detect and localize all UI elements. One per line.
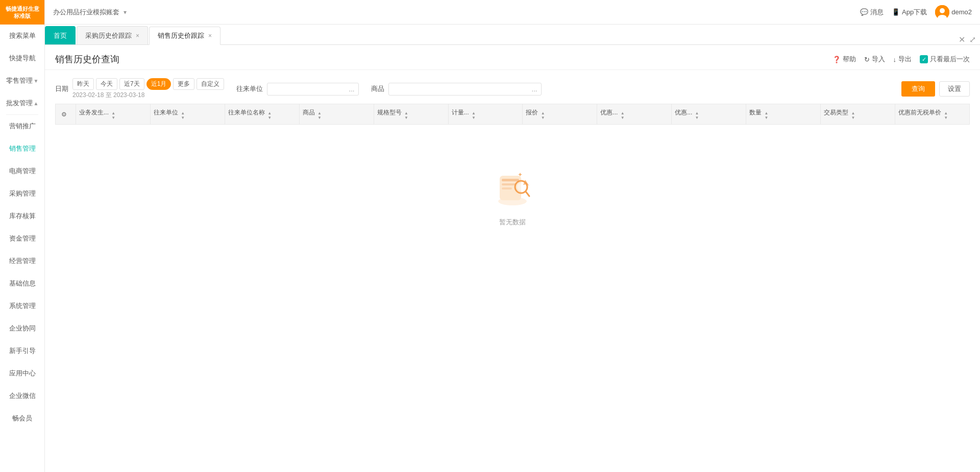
user-menu[interactable]: demo2 (935, 5, 972, 19)
sidebar-item-quick-nav[interactable]: 快捷导航 (0, 47, 44, 69)
export-button[interactable]: ↓ 导出 (893, 55, 912, 64)
message-button[interactable]: 💬 消息 (860, 8, 884, 17)
sidebar-item-enterprise-wechat[interactable]: 企业微信 (0, 385, 44, 407)
sort-icon: ▲▼ (541, 111, 545, 120)
sort-icon: ▲▼ (111, 111, 115, 120)
avatar (935, 5, 949, 19)
sidebar-item-marketing[interactable]: 营销推广 (0, 115, 44, 137)
download-icon: 📱 (892, 8, 900, 16)
goods-filter-group: 商品 ... (371, 83, 542, 96)
empty-state-cell: ✦ 暂无数据 (56, 125, 970, 268)
help-button[interactable]: ❓ 帮助 (832, 55, 856, 64)
date-btn-yesterday[interactable]: 昨天 (72, 78, 94, 90)
page-title: 销售历史价查询 (55, 53, 119, 65)
partner-input[interactable]: ... (267, 83, 359, 96)
tab-home[interactable]: 首页 (45, 26, 76, 44)
table-header-price[interactable]: 报价 ▲▼ (523, 104, 597, 125)
sidebar-item-finance[interactable]: 资金管理 (0, 227, 44, 250)
tab-maximize-button[interactable]: ⤢ (969, 35, 976, 44)
table-header-pretax-price[interactable]: 优惠前无税单价 ▲▼ (895, 104, 969, 125)
sidebar-item-retail-mgmt[interactable]: 零售管理 ▼ (0, 69, 44, 92)
goods-filter-label: 商品 (371, 84, 384, 93)
table-header-discount1[interactable]: 优惠... ▲▼ (597, 104, 672, 125)
sidebar-item-new-guide[interactable]: 新手引导 (0, 340, 44, 362)
chevron-up-icon: ▲ (34, 101, 39, 106)
sort-icon: ▲▼ (267, 111, 272, 120)
topbar-dropdown-icon[interactable]: ▾ (124, 9, 127, 16)
table-header-unit[interactable]: 计量... ▲▼ (448, 104, 523, 125)
table-header-partner-code[interactable]: 往来单位 ▲▼ (150, 104, 225, 125)
page-header-actions: ❓ 帮助 ↻ 导入 ↓ 导出 ✓ 只看最后一次 (832, 55, 970, 64)
sidebar-item-purchase-mgmt[interactable]: 采购管理 (0, 182, 44, 205)
tab-close-sales[interactable]: × (208, 32, 212, 39)
page-content: 销售历史价查询 ❓ 帮助 ↻ 导入 ↓ 导出 ✓ 只看最后一次 (45, 45, 980, 472)
svg-rect-7 (502, 187, 512, 190)
date-filter-label: 日期 (55, 84, 68, 93)
sort-icon: ▲▼ (404, 111, 408, 120)
sidebar-item-app-center[interactable]: 应用中心 (0, 362, 44, 385)
sidebar-item-sales-mgmt[interactable]: 销售管理 (0, 137, 44, 160)
sort-icon: ▲▼ (695, 111, 699, 120)
tab-close-all-button[interactable]: ✕ (959, 35, 965, 44)
sidebar-item-search-menu[interactable]: 搜索菜单 (0, 25, 44, 47)
tab-sales-history[interactable]: 销售历史价跟踪 × (149, 27, 220, 45)
sidebar-item-basic-info[interactable]: 基础信息 (0, 272, 44, 295)
sidebar-item-enterprise-collab[interactable]: 企业协同 (0, 317, 44, 340)
goods-input[interactable]: ... (388, 83, 542, 96)
table-header-settings: ⚙ (56, 104, 76, 125)
sidebar-item-member[interactable]: 畅会员 (0, 407, 44, 430)
app-logo: 畅捷通好生意标准版 (0, 0, 44, 25)
sidebar-item-system-mgmt[interactable]: 系统管理 (0, 295, 44, 317)
sort-icon: ▲▼ (621, 111, 625, 120)
query-button[interactable]: 查询 (901, 81, 935, 97)
topbar: 办公用品行业模拟账套 ▾ 💬 消息 📱 App下载 demo2 (45, 0, 980, 25)
sort-icon: ▲▼ (181, 111, 185, 120)
partner-input-dots: ... (349, 85, 355, 93)
sidebar-item-inventory[interactable]: 库存核算 (0, 205, 44, 227)
date-btn-1month[interactable]: 近1月 (146, 78, 172, 90)
settings-button[interactable]: 设置 (939, 81, 970, 97)
sidebar-item-ecommerce[interactable]: 电商管理 (0, 160, 44, 182)
data-table: ⚙ 业务发生... ▲▼ 往来单位 ▲▼ 往来单位名称 ▲▼ (55, 104, 970, 268)
date-btn-more[interactable]: 更多 (173, 78, 194, 90)
import-icon: ↻ (864, 56, 870, 63)
table-header-goods[interactable]: 商品 ▲▼ (299, 104, 374, 125)
filter-bar: 日期 昨天 今天 近7天 近1月 更多 自定义 2023-02-18 至 202… (45, 70, 980, 104)
chevron-down-icon: ▼ (34, 78, 39, 84)
empty-state: ✦ 暂无数据 (56, 125, 970, 268)
export-icon: ↓ (893, 56, 897, 63)
date-btn-today[interactable]: 今天 (96, 78, 117, 90)
sidebar: 畅捷通好生意标准版 搜索菜单 快捷导航 零售管理 ▼ 批发管理 ▲ 营销推广 销… (0, 0, 45, 472)
partner-filter-label: 往来单位 (236, 84, 263, 93)
date-btn-7days[interactable]: 近7天 (119, 78, 144, 90)
table-header-biz-date[interactable]: 业务发生... ▲▼ (76, 104, 151, 125)
table-header-trade-type[interactable]: 交易类型 ▲▼ (821, 104, 895, 125)
tabbar: 首页 采购历史价跟踪 × 销售历史价跟踪 × ✕ ⤢ (45, 25, 980, 45)
date-filter-col: 昨天 今天 近7天 近1月 更多 自定义 2023-02-18 至 2023-0… (72, 78, 224, 100)
tab-close-purchase[interactable]: × (136, 32, 139, 39)
only-last-checkbox[interactable]: ✓ 只看最后一次 (920, 55, 970, 64)
sidebar-item-operations[interactable]: 经营管理 (0, 250, 44, 272)
svg-text:✦: ✦ (518, 171, 523, 178)
partner-filter-group: 往来单位 ... (236, 83, 359, 96)
table-header-discount2[interactable]: 优惠... ▲▼ (672, 104, 746, 125)
svg-rect-6 (502, 183, 516, 185)
sidebar-item-wholesale-mgmt[interactable]: 批发管理 ▲ (0, 92, 44, 114)
table-header-qty[interactable]: 数量 ▲▼ (746, 104, 821, 125)
sort-icon: ▲▼ (944, 111, 948, 120)
svg-point-1 (940, 8, 945, 13)
table-wrapper: ⚙ 业务发生... ▲▼ 往来单位 ▲▼ 往来单位名称 ▲▼ (45, 104, 980, 472)
date-btn-custom[interactable]: 自定义 (197, 78, 224, 90)
import-button[interactable]: ↻ 导入 (864, 55, 885, 64)
filter-right-actions: 查询 设置 (901, 81, 970, 97)
sort-icon: ▲▼ (472, 111, 476, 120)
table-header-spec[interactable]: 规格型号 ▲▼ (374, 104, 448, 125)
tab-purchase-history[interactable]: 采购历史价跟踪 × (77, 26, 148, 44)
tab-actions: ✕ ⤢ (959, 35, 980, 44)
checkbox-icon: ✓ (920, 55, 928, 63)
table-settings-icon[interactable]: ⚙ (59, 109, 69, 120)
help-icon: ❓ (832, 56, 841, 63)
app-download-button[interactable]: 📱 App下载 (892, 8, 927, 17)
logo-text: 畅捷通好生意标准版 (6, 5, 39, 20)
table-header-partner-name[interactable]: 往来单位名称 ▲▼ (225, 104, 299, 125)
